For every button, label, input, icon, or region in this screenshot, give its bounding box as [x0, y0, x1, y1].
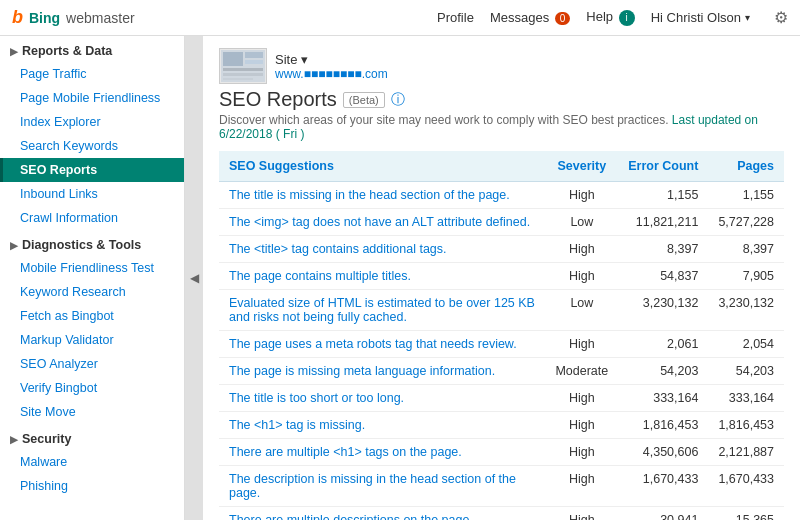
severity-cell: High — [545, 385, 618, 412]
sidebar-item-phishing[interactable]: Phishing — [0, 474, 184, 498]
svg-rect-6 — [223, 78, 253, 80]
brand-logo: b Bing webmaster — [12, 7, 135, 28]
error-count-cell: 4,350,606 — [618, 439, 708, 466]
bing-b-icon: b — [12, 7, 23, 28]
sidebar-item-keyword-research[interactable]: Keyword Research — [0, 280, 184, 304]
svg-rect-1 — [223, 52, 243, 66]
th-severity: Severity — [545, 151, 618, 182]
suggestion-cell[interactable]: Evaluated size of HTML is estimated to b… — [219, 290, 545, 331]
suggestion-cell[interactable]: The description is missing in the head s… — [219, 466, 545, 507]
suggestion-cell[interactable]: The <h1> tag is missing. — [219, 412, 545, 439]
site-header: Site ▾ www.■■■■■■■■.com — [219, 48, 784, 84]
page-title: SEO Reports (Beta) ⓘ — [219, 88, 784, 111]
suggestion-cell[interactable]: The title is missing in the head section… — [219, 182, 545, 209]
profile-link[interactable]: Profile — [437, 10, 474, 25]
sidebar-item-mobile-friendliness[interactable]: Page Mobile Friendliness — [0, 86, 184, 110]
help-badge: i — [619, 10, 635, 26]
sidebar-item-verify-bingbot[interactable]: Verify Bingbot — [0, 376, 184, 400]
error-count-cell: 54,837 — [618, 263, 708, 290]
sidebar: ▶ Reports & Data Page Traffic Page Mobil… — [0, 36, 185, 520]
table-header-row: SEO Suggestions Severity Error Count Pag… — [219, 151, 784, 182]
chevron-down-icon: ▶ — [10, 240, 18, 251]
pages-cell: 1,816,453 — [708, 412, 784, 439]
error-count-cell: 333,164 — [618, 385, 708, 412]
info-icon[interactable]: ⓘ — [391, 91, 405, 109]
pages-cell: 54,203 — [708, 358, 784, 385]
site-url: www.■■■■■■■■.com — [275, 67, 388, 81]
table-row: There are multiple descriptions on the p… — [219, 507, 784, 521]
sidebar-section-security[interactable]: ▶ Security — [0, 424, 184, 450]
sidebar-item-seo-analyzer[interactable]: SEO Analyzer — [0, 352, 184, 376]
severity-cell: Moderate — [545, 358, 618, 385]
sidebar-item-inbound-links[interactable]: Inbound Links — [0, 182, 184, 206]
severity-cell: High — [545, 466, 618, 507]
suggestion-cell[interactable]: There are multiple descriptions on the p… — [219, 507, 545, 521]
table-row: The <h1> tag is missing.High1,816,4531,8… — [219, 412, 784, 439]
sidebar-item-seo-reports[interactable]: SEO Reports — [0, 158, 184, 182]
chevron-down-icon: ▶ — [10, 434, 18, 445]
error-count-cell: 2,061 — [618, 331, 708, 358]
seo-suggestions-table: SEO Suggestions Severity Error Count Pag… — [219, 151, 784, 520]
th-error-count: Error Count — [618, 151, 708, 182]
sidebar-item-malware[interactable]: Malware — [0, 450, 184, 474]
severity-cell: High — [545, 439, 618, 466]
table-row: There are multiple <h1> tags on the page… — [219, 439, 784, 466]
sidebar-item-mobile-friendliness-test[interactable]: Mobile Friendliness Test — [0, 256, 184, 280]
help-link[interactable]: Help i — [586, 9, 634, 26]
pages-cell: 8,397 — [708, 236, 784, 263]
pages-cell: 3,230,132 — [708, 290, 784, 331]
sidebar-section-diagnostics[interactable]: ▶ Diagnostics & Tools — [0, 230, 184, 256]
severity-cell: High — [545, 507, 618, 521]
svg-rect-3 — [245, 60, 263, 64]
table-row: The title is too short or too long.High3… — [219, 385, 784, 412]
table-row: The page is missing meta language inform… — [219, 358, 784, 385]
suggestion-cell[interactable]: The title is too short or too long. — [219, 385, 545, 412]
suggestion-cell[interactable]: The page uses a meta robots tag that nee… — [219, 331, 545, 358]
sidebar-item-page-traffic[interactable]: Page Traffic — [0, 62, 184, 86]
pages-cell: 15,365 — [708, 507, 784, 521]
sidebar-item-search-keywords[interactable]: Search Keywords — [0, 134, 184, 158]
error-count-cell: 1,155 — [618, 182, 708, 209]
pages-cell: 1,155 — [708, 182, 784, 209]
severity-cell: High — [545, 331, 618, 358]
sidebar-section-reports-data[interactable]: ▶ Reports & Data — [0, 36, 184, 62]
brand-name: Bing — [29, 10, 60, 26]
site-info: Site ▾ www.■■■■■■■■.com — [275, 52, 388, 81]
sidebar-item-site-move[interactable]: Site Move — [0, 400, 184, 424]
sidebar-item-crawl-information[interactable]: Crawl Information — [0, 206, 184, 230]
settings-icon[interactable]: ⚙ — [774, 8, 788, 27]
table-row: The title is missing in the head section… — [219, 182, 784, 209]
sidebar-item-fetch-bingbot[interactable]: Fetch as Bingbot — [0, 304, 184, 328]
table-row: The <img> tag does not have an ALT attri… — [219, 209, 784, 236]
table-row: The description is missing in the head s… — [219, 466, 784, 507]
table-row: The <title> tag contains additional tags… — [219, 236, 784, 263]
severity-cell: High — [545, 182, 618, 209]
site-name[interactable]: Site ▾ — [275, 52, 388, 67]
user-menu[interactable]: Hi Christi Olson ▾ — [651, 10, 750, 25]
sidebar-item-markup-validator[interactable]: Markup Validator — [0, 328, 184, 352]
severity-cell: High — [545, 263, 618, 290]
suggestion-cell[interactable]: There are multiple <h1> tags on the page… — [219, 439, 545, 466]
pages-cell: 2,121,887 — [708, 439, 784, 466]
pages-cell: 1,670,433 — [708, 466, 784, 507]
main-content: Site ▾ www.■■■■■■■■.com SEO Reports (Bet… — [203, 36, 800, 520]
messages-link[interactable]: Messages 0 — [490, 10, 570, 25]
top-navigation: b Bing webmaster Profile Messages 0 Help… — [0, 0, 800, 36]
table-row: The page contains multiple titles.High54… — [219, 263, 784, 290]
sidebar-collapse-button[interactable]: ◀ — [185, 36, 203, 520]
suggestion-cell[interactable]: The page is missing meta language inform… — [219, 358, 545, 385]
severity-cell: High — [545, 236, 618, 263]
table-row: The page uses a meta robots tag that nee… — [219, 331, 784, 358]
sidebar-item-index-explorer[interactable]: Index Explorer — [0, 110, 184, 134]
pages-cell: 2,054 — [708, 331, 784, 358]
suggestion-cell[interactable]: The <img> tag does not have an ALT attri… — [219, 209, 545, 236]
suggestion-cell[interactable]: The page contains multiple titles. — [219, 263, 545, 290]
suggestion-cell[interactable]: The <title> tag contains additional tags… — [219, 236, 545, 263]
messages-badge: 0 — [555, 12, 571, 25]
error-count-cell: 30,941 — [618, 507, 708, 521]
error-count-cell: 1,816,453 — [618, 412, 708, 439]
severity-cell: Low — [545, 209, 618, 236]
error-count-cell: 3,230,132 — [618, 290, 708, 331]
svg-rect-2 — [245, 52, 263, 58]
brand-subtitle: webmaster — [66, 10, 134, 26]
